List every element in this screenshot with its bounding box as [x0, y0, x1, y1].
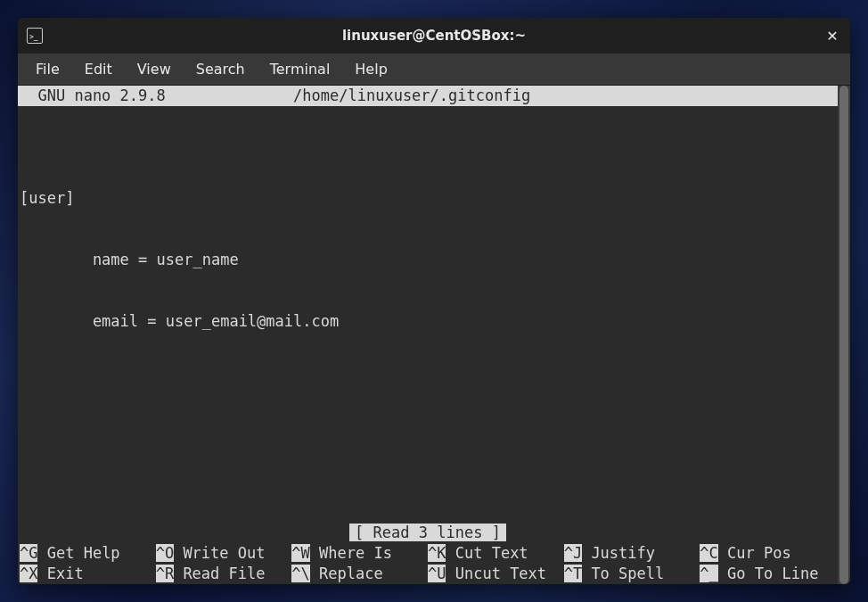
- menu-file[interactable]: File: [25, 57, 70, 81]
- menu-edit[interactable]: Edit: [74, 57, 123, 81]
- terminal-area[interactable]: GNU nano 2.9.8 /home/linuxuser/.gitconfi…: [18, 86, 850, 584]
- editor-line: [user]: [20, 188, 836, 209]
- nano-version: GNU nano 2.9.8: [20, 87, 166, 104]
- nano-status-text: [ Read 3 lines ]: [349, 524, 506, 541]
- editor-line: name = user_name: [20, 250, 836, 270]
- nano-shortcuts-row-2: ^X Exit ^R Read File ^\ Replace ^U Uncut…: [18, 564, 838, 584]
- nano-status-line: [ Read 3 lines ]: [18, 523, 838, 543]
- shortcut-exit: ^X Exit: [20, 564, 156, 584]
- scrollbar-thumb[interactable]: [839, 86, 848, 584]
- menu-search[interactable]: Search: [185, 57, 256, 81]
- shortcut-read-file: ^R Read File: [156, 564, 292, 584]
- menu-view[interactable]: View: [127, 57, 182, 81]
- close-icon[interactable]: ✕: [823, 27, 841, 45]
- menubar: File Edit View Search Terminal Help: [18, 54, 850, 86]
- scrollbar[interactable]: [838, 86, 850, 584]
- terminal-content[interactable]: GNU nano 2.9.8 /home/linuxuser/.gitconfi…: [18, 86, 838, 584]
- shortcut-write-out: ^O Write Out: [156, 543, 292, 564]
- shortcut-cut-text: ^K Cut Text: [428, 543, 564, 564]
- shortcut-to-spell: ^T To Spell: [564, 564, 700, 584]
- titlebar[interactable]: linuxuser@CentOSBox:~ ✕: [18, 18, 850, 54]
- shortcut-justify: ^J Justify: [564, 543, 700, 564]
- terminal-window: linuxuser@CentOSBox:~ ✕ File Edit View S…: [18, 18, 850, 584]
- nano-header: GNU nano 2.9.8 /home/linuxuser/.gitconfi…: [18, 86, 838, 106]
- shortcut-replace: ^\ Replace: [291, 564, 428, 584]
- nano-footer: [ Read 3 lines ] ^G Get Help ^O Write Ou…: [18, 523, 838, 584]
- nano-shortcuts-row-1: ^G Get Help ^O Write Out ^W Where Is ^K …: [18, 543, 838, 564]
- menu-help[interactable]: Help: [344, 57, 397, 81]
- nano-filename: /home/linuxuser/.gitconfig: [293, 87, 530, 104]
- editor-line: email = user_email@mail.com: [20, 311, 836, 332]
- terminal-icon: [27, 28, 43, 44]
- shortcut-go-to-line: ^_ Go To Line: [700, 564, 836, 584]
- menu-terminal[interactable]: Terminal: [259, 57, 341, 81]
- window-title: linuxuser@CentOSBox:~: [342, 28, 526, 44]
- nano-editor-body[interactable]: [user] name = user_name email = user_ema…: [18, 106, 838, 373]
- shortcut-where-is: ^W Where Is: [291, 543, 428, 564]
- shortcut-get-help: ^G Get Help: [20, 543, 156, 564]
- shortcut-cur-pos: ^C Cur Pos: [700, 543, 836, 564]
- shortcut-uncut-text: ^U Uncut Text: [428, 564, 564, 584]
